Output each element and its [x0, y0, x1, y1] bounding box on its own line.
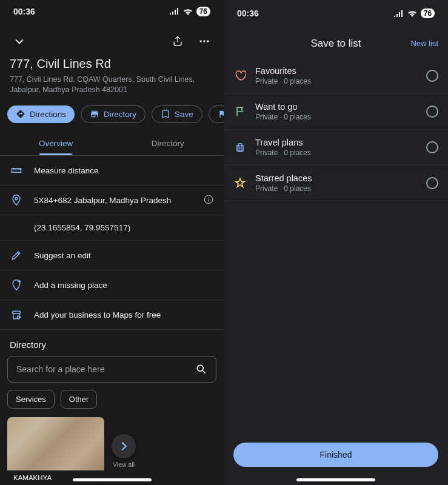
more-action[interactable] — [209, 105, 224, 123]
star-icon — [233, 177, 247, 189]
fav-meta: Private · 0 places — [255, 77, 418, 85]
svg-point-6 — [197, 365, 203, 371]
coords-item[interactable]: (23.1655854, 79.9557517) — [0, 215, 224, 240]
pin-icon — [10, 194, 23, 206]
store-icon — [90, 109, 99, 119]
save-header: Save to list New list — [224, 27, 448, 58]
search-wrap: Search for a place here — [0, 356, 224, 390]
card-label: KAMAKHYA — [7, 470, 104, 485]
svg-rect-7 — [237, 146, 243, 152]
status-right-r: 76 — [394, 8, 435, 18]
card-image — [7, 417, 104, 470]
share-button[interactable] — [168, 32, 187, 51]
finished-button[interactable]: Finished — [233, 443, 438, 467]
info-icon[interactable] — [203, 194, 214, 207]
list-travel[interactable]: Travel plans Private · 0 places — [224, 130, 448, 166]
wifi-icon — [183, 8, 193, 15]
add-pin-icon — [10, 279, 23, 291]
list-wanttogo[interactable]: Want to go Private · 0 places — [224, 94, 448, 130]
status-right: 76 — [170, 7, 210, 16]
radio-want[interactable] — [426, 105, 438, 118]
addbusiness-label: Add your business to Maps for free — [34, 310, 161, 319]
travel-name: Travel plans — [255, 138, 418, 147]
directions-label: Directions — [30, 110, 66, 119]
add-place-item[interactable]: Add a missing place — [0, 270, 224, 300]
right-phone: 00:36 76 Save to list New list Favourite… — [224, 0, 448, 485]
cellular-icon — [394, 10, 404, 17]
directory-button[interactable]: Directory — [81, 105, 145, 123]
header-row — [0, 23, 224, 57]
view-all-button[interactable] — [112, 434, 136, 458]
radio-starred[interactable] — [426, 177, 438, 189]
status-bar-right: 00:36 76 — [224, 0, 448, 27]
more-horiz-icon — [198, 35, 210, 47]
directory-card[interactable]: KAMAKHYA — [7, 417, 104, 485]
left-phone: 00:36 76 777, Civil Lines Rd 777, Civil … — [0, 0, 224, 485]
place-title: 777, Civil Lines Rd — [10, 57, 214, 71]
want-meta: Private · 0 places — [255, 113, 418, 121]
status-time: 00:36 — [13, 7, 35, 16]
save-button[interactable]: Save — [152, 105, 202, 123]
filter-other[interactable]: Other — [61, 390, 98, 409]
home-indicator-right[interactable] — [296, 478, 375, 481]
suggest-label: Suggest an edit — [34, 251, 91, 260]
measure-distance-item[interactable]: Measure distance — [0, 156, 224, 186]
flag-icon — [233, 105, 247, 118]
pluscode-item[interactable]: 5X84+682 Jabalpur, Madhya Pradesh — [0, 186, 224, 215]
svg-point-1 — [203, 40, 205, 42]
search-icon — [195, 363, 207, 375]
chevron-down-icon — [13, 35, 25, 47]
cellular-icon — [170, 8, 179, 15]
tab-overview[interactable]: Overview — [0, 132, 112, 155]
filter-services[interactable]: Services — [7, 390, 55, 409]
travel-meta: Private · 0 places — [255, 149, 418, 157]
list-favourites[interactable]: Favourites Private · 0 places — [224, 58, 448, 94]
list-starred[interactable]: Starred places Private · 0 places — [224, 166, 448, 201]
more-button[interactable] — [195, 32, 214, 51]
directions-button[interactable]: Directions — [7, 105, 75, 123]
measure-label: Measure distance — [34, 166, 99, 175]
ruler-icon — [10, 164, 23, 176]
filter-row: Services Other — [0, 390, 224, 417]
directory-search[interactable]: Search for a place here — [7, 356, 216, 383]
place-address: 777, Civil Lines Rd, CQAW Quarters, Sout… — [10, 75, 214, 96]
radio-travel[interactable] — [426, 141, 438, 153]
tabs: Overview Directory — [0, 132, 224, 156]
svg-point-5 — [208, 197, 209, 198]
battery-level: 76 — [196, 7, 210, 16]
want-name: Want to go — [255, 102, 418, 112]
status-bar: 00:36 76 — [0, 0, 224, 23]
view-all-label: View all — [113, 461, 135, 468]
addplace-label: Add a missing place — [34, 281, 107, 290]
directory-label: Directory — [104, 110, 136, 119]
starred-name: Starred places — [255, 173, 418, 183]
add-business-item[interactable]: Add your business to Maps for free — [0, 300, 224, 330]
svg-point-0 — [200, 40, 202, 42]
heart-icon — [233, 70, 247, 82]
collapse-button[interactable] — [10, 32, 29, 51]
save-label: Save — [175, 110, 193, 119]
directions-icon — [16, 109, 25, 119]
starred-meta: Private · 0 places — [255, 184, 418, 193]
suitcase-icon — [233, 141, 247, 153]
svg-point-3 — [15, 197, 18, 199]
title-block: 777, Civil Lines Rd 777, Civil Lines Rd,… — [0, 57, 224, 103]
tab-directory[interactable]: Directory — [112, 132, 224, 155]
new-list-button[interactable]: New list — [410, 39, 438, 48]
home-indicator[interactable] — [73, 478, 152, 481]
flag-icon — [218, 109, 224, 119]
status-time-right: 00:36 — [237, 8, 259, 18]
fav-name: Favourites — [255, 66, 418, 76]
save-title: Save to list — [310, 38, 361, 50]
search-placeholder: Search for a place here — [16, 364, 105, 374]
arrow-right-icon — [117, 440, 130, 453]
radio-fav[interactable] — [426, 70, 438, 82]
battery-level-right: 76 — [421, 8, 435, 18]
card-row: KAMAKHYA View all — [0, 417, 224, 485]
share-icon — [172, 35, 184, 47]
directory-section-title: Directory — [0, 330, 224, 356]
pluscode-label: 5X84+682 Jabalpur, Madhya Pradesh — [34, 196, 171, 205]
wifi-icon — [407, 10, 417, 17]
svg-point-2 — [207, 40, 209, 42]
suggest-edit-item[interactable]: Suggest an edit — [0, 240, 224, 270]
